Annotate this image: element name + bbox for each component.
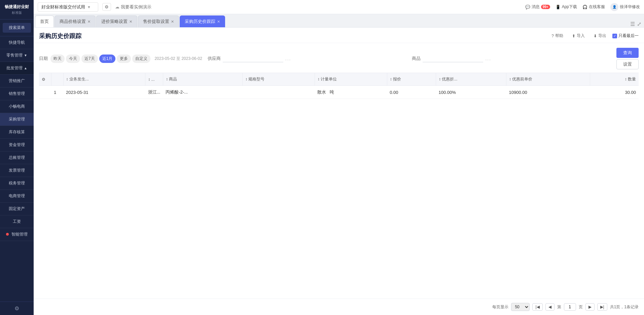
per-page-select[interactable]: 50 20 100 [511, 303, 530, 311]
date-btn-last7[interactable]: 近7天 [81, 55, 98, 63]
prev-page-button[interactable]: ◀ [545, 303, 554, 311]
export-button[interactable]: ⬇ 导出 [591, 32, 609, 40]
sidebar-item-ecommerce-small[interactable]: 小畅电商 [0, 100, 34, 113]
filter-settings-button[interactable]: 设置 [616, 59, 639, 69]
finance-label: 资金管理 [9, 142, 25, 148]
page-number-input[interactable] [564, 303, 576, 311]
tab-price-settings[interactable]: 商品价格设置 ✕ [55, 15, 96, 27]
date-btn-today[interactable]: 今天 [66, 55, 80, 63]
sidebar-item-smart[interactable]: 智能管理 [0, 228, 34, 241]
next-page-button[interactable]: ▶ [585, 303, 595, 311]
help-label: 帮助 [555, 33, 563, 39]
sidebar-item-inventory[interactable]: 库存核算 [0, 126, 34, 139]
product-input[interactable] [423, 55, 483, 62]
sidebar-item-tax[interactable]: 税务管理 [0, 177, 34, 190]
sidebar-item-fixed-assets[interactable]: 固定资产 [0, 203, 34, 215]
tab-price-settings-close-icon[interactable]: ✕ [87, 20, 91, 24]
fixed-assets-label: 固定资产 [9, 206, 25, 212]
search-menu-button[interactable]: 搜索菜单 [3, 23, 31, 33]
app-download-label: App下载 [562, 4, 577, 10]
tab-purchase-history-label: 采购历史价跟踪 [185, 19, 215, 25]
user-item[interactable]: 👤 徐泽华修改 [610, 3, 640, 11]
filter-bar: 日期 昨天 今天 近7天 近1月 更多 自定义 2023-05-02 至 202… [34, 43, 644, 73]
sidebar-item-marketing[interactable]: 营销推广 [0, 75, 34, 88]
date-btn-yesterday[interactable]: 昨天 [50, 55, 65, 63]
only-last-checkbox[interactable]: ✓ 只看最后一 [612, 33, 639, 39]
th-spec[interactable]: ↕ 规格型号 [243, 73, 315, 86]
tab-purchase-strategy-close-icon[interactable]: ✕ [129, 20, 132, 24]
sidebar-search-area[interactable]: 搜索菜单 [0, 20, 34, 36]
th-date[interactable]: ↕ 业务发生... [63, 73, 145, 86]
th-more[interactable]: ↕ ... [145, 73, 163, 86]
topbar-right: 💬 消息 99+ 📱 App下载 🎧 在线客服 👤 徐泽华修改 [525, 3, 640, 11]
product-selector-name: 好业财标准版交付试用 [41, 4, 85, 10]
online-service-item[interactable]: 🎧 在线客服 [582, 4, 605, 10]
date-btn-custom[interactable]: 自定义 [132, 55, 150, 63]
avatar: 👤 [610, 3, 618, 11]
salary-label: 工资 [13, 219, 21, 224]
retail-arrow-icon: ▼ [24, 54, 27, 57]
tab-collapse-icon[interactable]: ☰ [630, 21, 635, 27]
import-button[interactable]: ⬆ 导入 [569, 32, 587, 40]
message-item[interactable]: 💬 消息 99+ [525, 4, 550, 10]
user-name: 徐泽华修改 [620, 4, 640, 10]
cloud-icon: ☁ [115, 4, 119, 9]
th-gear[interactable]: ⚙ [39, 73, 51, 86]
cell-supplier: 浙江... [145, 86, 163, 99]
th-unit[interactable]: ↕ 计量单位 [315, 73, 387, 86]
sidebar-item-retail[interactable]: 零售管理 ▼ [0, 49, 34, 62]
main-area: 好业财标准版交付试用 ▼ ⚙ ☁ 我要看实例演示 💬 消息 99+ 📱 App下… [34, 0, 644, 315]
th-quote[interactable]: ↕ 报价 [387, 73, 436, 86]
product-label: 商品 [412, 56, 421, 62]
help-button[interactable]: ? 帮助 [549, 32, 566, 40]
sidebar-settings-icon[interactable]: ⚙ [14, 306, 19, 311]
last-page-button[interactable]: ▶| [597, 303, 607, 311]
topbar-demo[interactable]: ☁ 我要看实例演示 [115, 4, 151, 10]
th-pre-discount-price[interactable]: ↕ 优惠前单价 [506, 73, 590, 86]
tab-purchase-history-close-icon[interactable]: ✕ [217, 20, 220, 24]
sidebar-item-invoice[interactable]: 发票管理 [0, 164, 34, 177]
gear-icon: ⚙ [105, 4, 109, 9]
tab-sale-price[interactable]: 售价提取设置 ✕ [138, 15, 179, 27]
tab-sale-price-close-icon[interactable]: ✕ [171, 20, 174, 24]
sidebar-item-quick-nav[interactable]: 快捷导航 [0, 36, 34, 49]
date-filter-group: 日期 昨天 今天 近7天 近1月 更多 自定义 2023-05-02 至 202… [39, 55, 202, 63]
cell-gear [39, 86, 51, 99]
th-discount[interactable]: ↕ 优惠折... [436, 73, 506, 86]
query-button[interactable]: 查询 [616, 48, 639, 58]
sidebar-item-salary[interactable]: 工资 [0, 215, 34, 228]
sidebar-item-ledger[interactable]: 总账管理 [0, 151, 34, 164]
data-table: ⚙ ↕ 业务发生... ↕ ... ↕ 商品 ↕ 规格 [39, 73, 639, 99]
topbar-gear-settings[interactable]: ⚙ [102, 3, 111, 11]
tab-home[interactable]: 首页 [35, 15, 54, 27]
sidebar-item-wholesale[interactable]: 批发管理 ▲ [0, 62, 34, 75]
page-suffix: 页 [579, 304, 583, 310]
product-selector[interactable]: 好业财标准版交付试用 ▼ [38, 2, 98, 12]
th-product[interactable]: ↕ 商品 [163, 73, 242, 86]
supplier-input[interactable] [223, 55, 283, 62]
app-logo: 畅捷通好业财 标准版 [0, 0, 34, 20]
tab-expand-icon[interactable]: ⤢ [637, 21, 641, 27]
tab-home-label: 首页 [40, 19, 49, 25]
tab-purchase-history[interactable]: 采购历史价跟踪 ✕ [180, 15, 225, 27]
page-header: 采购历史价跟踪 ? 帮助 ⬆ 导入 ⬇ 导出 ✓ 只看最后一 [34, 28, 644, 43]
tab-purchase-strategy[interactable]: 进价策略设置 ✕ [96, 15, 137, 27]
sidebar-bottom: ⚙ [0, 302, 34, 315]
import-label: 导入 [577, 33, 585, 39]
first-page-button[interactable]: |◀ [532, 303, 542, 311]
product-dots[interactable]: ... [485, 56, 491, 61]
table-header-row: ⚙ ↕ 业务发生... ↕ ... ↕ 商品 ↕ 规格 [39, 73, 639, 86]
app-download-item[interactable]: 📱 App下载 [556, 4, 577, 10]
sidebar-item-purchase[interactable]: 采购管理 [0, 113, 34, 126]
th-quantity[interactable]: ↕ 数量 [590, 73, 639, 86]
app-download-icon: 📱 [556, 5, 561, 9]
inventory-label: 库存核算 [9, 129, 25, 135]
date-btn-last1month[interactable]: 近1月 [99, 55, 116, 63]
date-btn-more[interactable]: 更多 [117, 55, 131, 63]
sidebar-item-ecommerce[interactable]: 电商管理 [0, 190, 34, 203]
sidebar-item-finance[interactable]: 资金管理 [0, 139, 34, 151]
table-row: 1 2023-05-31 浙江... 丙烯酸-2-... 散水 吨 0.00 1… [39, 86, 639, 99]
sidebar-item-sales[interactable]: 销售管理 [0, 88, 34, 100]
supplier-dots[interactable]: ... [285, 56, 291, 61]
pagination: 每页显示 50 20 100 |◀ ◀ 第 页 ▶ ▶| 共1页，1条记录 [34, 299, 644, 315]
